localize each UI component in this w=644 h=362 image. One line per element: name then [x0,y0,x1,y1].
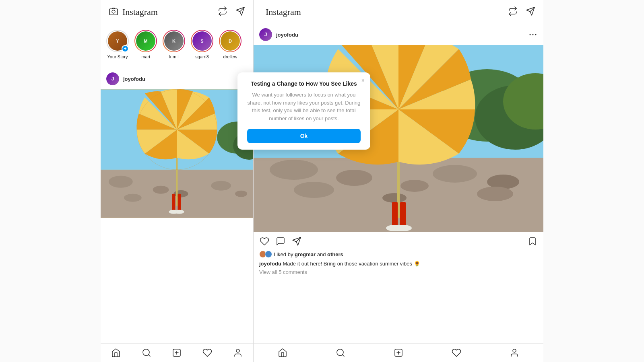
svg-point-59 [513,349,516,352]
liked-by-user-right[interactable]: gregmar [295,251,316,257]
avatar-placeholder-drellew: D [221,31,240,51]
svg-point-9 [109,176,133,188]
liked-avatars-right [259,251,270,258]
nav-search-left[interactable] [141,348,152,358]
svg-point-22 [175,210,184,214]
post-info-right: Liked by gregmar and others joyofodu Mad… [254,251,543,279]
bottom-nav-left [101,343,253,362]
story-item-kml[interactable]: K k.m.l [163,30,185,59]
post-left: J joyofodu [101,68,253,218]
nav-add-left[interactable] [171,348,182,358]
svg-point-12 [174,190,188,197]
svg-point-40 [400,180,429,192]
svg-point-37 [336,170,372,186]
story-item-sgarri8[interactable]: S sgarri8 [191,30,213,59]
comment-icon-right[interactable] [275,236,286,247]
svg-rect-48 [392,202,398,228]
caption-text-content-right: Made it out here! Bring on those vacatio… [283,261,420,267]
story-avatar-wrap-sgarri8: S [191,30,213,52]
post-avatar-img-left: J [106,72,119,85]
nav-profile-left[interactable] [233,348,243,358]
share-post-icon-right[interactable] [291,236,302,247]
camera-icon[interactable] [109,6,118,18]
modal-title: Testing a Change to How You See Likes [247,80,254,87]
post-actions-right [254,232,543,251]
left-header: Instagram [101,0,253,24]
svg-point-41 [294,182,334,198]
liked-by-others-right[interactable]: others [327,251,343,257]
svg-point-14 [124,194,142,202]
story-avatar-wrap-kml: K [163,30,185,52]
share-icon-right[interactable] [508,6,518,18]
story-label-drellew: drellew [223,54,237,59]
svg-point-36 [270,160,318,180]
svg-line-24 [148,355,150,356]
post-header-right: J joyofodu [254,24,543,45]
svg-point-10 [153,186,169,194]
svg-point-38 [433,165,477,183]
nav-heart-right[interactable] [451,348,462,358]
story-label-mari: mari [141,54,150,59]
svg-point-32 [533,34,534,35]
story-avatar-inner-kml: K [163,31,184,51]
avatar-placeholder-kml: K [164,31,184,51]
header-icons-left [218,6,245,18]
post-more-right[interactable] [528,30,538,39]
story-avatar-inner-drellew: D [220,31,241,51]
right-panel: Instagram [254,0,543,362]
caption-username-right[interactable]: joyofodu [259,261,281,267]
story-item-drellew[interactable]: D drellew [219,30,242,59]
nav-heart-left[interactable] [202,348,213,358]
share-icon-left[interactable] [218,6,227,18]
modal-ok-button[interactable]: Ok [247,129,254,143]
story-avatar-inner-mari: M [135,31,156,51]
story-label-sgarri8: sgarri8 [195,54,209,59]
svg-rect-49 [400,202,406,228]
avatar-placeholder-sgarri8: S [192,31,212,51]
send-icon-right[interactable] [526,6,535,18]
avatar-placeholder-mari: M [136,31,155,51]
post-avatar-right: J [259,28,272,41]
svg-rect-19 [172,194,175,212]
svg-rect-20 [178,194,181,212]
nav-home-left[interactable] [111,348,121,358]
post-header-left: J joyofodu [101,68,253,89]
svg-point-31 [530,34,531,35]
story-avatar-wrap-drellew: D [219,30,242,52]
story-item-your-story[interactable]: Y + Your Story [106,30,129,59]
nav-home-right[interactable] [277,348,288,358]
post-image-left [101,89,253,218]
svg-point-51 [394,225,412,231]
bottom-nav-right [254,343,543,362]
likes-modal: × Testing a Change to How You See Likes … [237,72,254,150]
header-icons-right [508,6,535,18]
post-username-right[interactable]: joyofodu [276,32,298,38]
nav-profile-right[interactable] [509,348,520,358]
nav-search-right[interactable] [335,348,346,358]
svg-point-42 [477,187,513,201]
story-label-kml: k.m.l [169,54,178,59]
bookmark-icon-right[interactable] [527,236,538,247]
liked-by-text-right: Liked by gregmar and others [274,251,343,257]
story-avatar-wrap-your-story: Y + [106,30,129,52]
app-logo-left: Instagram [122,7,158,17]
send-icon-left[interactable] [235,6,245,18]
stories-bar-left: Y + Your Story M mari K [101,24,253,65]
svg-point-33 [535,34,537,35]
like-icon-right[interactable] [259,236,270,247]
post-caption-right: joyofodu Made it out here! Bring on thos… [259,260,538,267]
liked-avatar-2 [265,251,272,258]
story-avatar-wrap-mari: M [134,30,157,52]
nav-add-right[interactable] [393,348,404,358]
svg-point-13 [235,191,247,197]
post-username-left[interactable]: joyofodu [123,76,145,82]
svg-line-55 [343,355,344,356]
svg-point-43 [382,193,407,203]
app-logo-right: Instagram [266,7,301,17]
liked-by-section-right: Liked by gregmar and others [259,251,538,258]
post-avatar-left: J [106,72,119,85]
view-comments-right[interactable]: View all 5 comments [259,269,538,275]
modal-body: We want your followers to focus on what … [247,91,254,122]
story-avatar-inner-sgarri8: S [192,31,213,51]
story-item-mari[interactable]: M mari [134,30,157,59]
